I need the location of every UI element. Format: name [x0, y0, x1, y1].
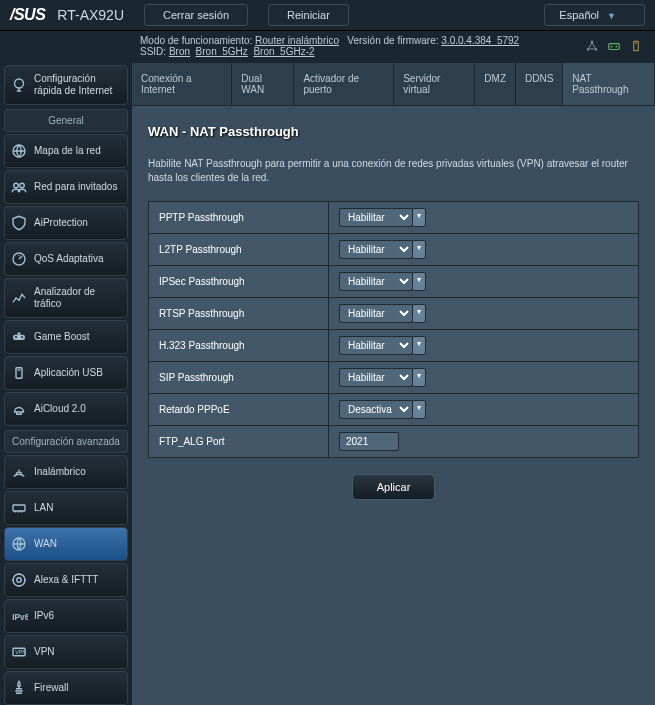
- chevron-down-icon: ▾: [412, 208, 426, 227]
- setting-label: PPTP Passthrough: [149, 202, 329, 234]
- svg-rect-3: [609, 44, 620, 50]
- shield-icon: [10, 214, 28, 232]
- sidebar-item-label: Game Boost: [34, 331, 90, 343]
- sidebar-item-label: Analizador de tráfico: [34, 286, 122, 310]
- firmware-link[interactable]: 3.0.0.4.384_5792: [441, 35, 519, 46]
- tab-ddns[interactable]: DDNS: [516, 63, 563, 105]
- setting-select-3[interactable]: Habilitar: [339, 304, 413, 323]
- tab-servidor-virtual[interactable]: Servidor virtual: [394, 63, 475, 105]
- vpn-icon: VPN: [10, 643, 28, 661]
- globe-icon: [10, 142, 28, 160]
- sidebar-item-network-map[interactable]: Mapa de la red: [4, 134, 128, 168]
- setting-label: Retardo PPPoE: [149, 394, 329, 426]
- ssid-link-1[interactable]: Bron: [169, 46, 190, 57]
- brand-logo: /SUS RT-AX92U: [10, 6, 124, 24]
- globe-plug-icon: [10, 76, 28, 94]
- globe-icon: [10, 535, 28, 553]
- chevron-down-icon: ▾: [412, 400, 426, 419]
- chart-icon: [10, 289, 28, 307]
- svg-point-20: [13, 574, 25, 586]
- sidebar-item-label: Mapa de la red: [34, 145, 101, 157]
- usb-status-icon[interactable]: [629, 39, 643, 53]
- chevron-down-icon: ▼: [607, 11, 616, 21]
- setting-select-4[interactable]: Habilitar: [339, 336, 413, 355]
- reboot-button[interactable]: Reiniciar: [268, 4, 349, 26]
- setting-select-6[interactable]: Desactivar: [339, 400, 413, 419]
- svg-rect-7: [635, 43, 637, 44]
- sidebar-item-adaptive-qos[interactable]: QoS Adaptativa: [4, 242, 128, 276]
- sidebar-item-usb-app[interactable]: Aplicación USB: [4, 356, 128, 390]
- sidebar-item-wireless[interactable]: Inalámbrico: [4, 455, 128, 489]
- gamepad-icon: [10, 328, 28, 346]
- sidebar-item-vpn[interactable]: VPNVPN: [4, 635, 128, 669]
- svg-text:VPN: VPN: [15, 649, 26, 655]
- sidebar-quick-setup[interactable]: Configuración rápida de Internet: [4, 65, 128, 105]
- svg-point-0: [591, 41, 593, 43]
- sidebar-item-lan[interactable]: LAN: [4, 491, 128, 525]
- svg-text:IPv6: IPv6: [12, 613, 28, 622]
- setting-select-0[interactable]: Habilitar: [339, 208, 413, 227]
- sidebar-item-firewall[interactable]: Firewall: [4, 671, 128, 705]
- svg-point-10: [14, 183, 19, 188]
- page-title: WAN - NAT Passthrough: [148, 124, 639, 139]
- svg-point-4: [611, 46, 613, 48]
- usb-icon: [10, 364, 28, 382]
- setting-select-1[interactable]: Habilitar: [339, 240, 413, 259]
- sidebar-section-general: General: [4, 109, 128, 132]
- sidebar-item-traffic-analyzer[interactable]: Analizador de tráfico: [4, 278, 128, 318]
- sidebar-item-label: WAN: [34, 538, 57, 550]
- svg-rect-13: [13, 335, 25, 340]
- language-select[interactable]: Español▼: [544, 4, 645, 26]
- sidebar-item-guest-network[interactable]: Red para invitados: [4, 170, 128, 204]
- sidebar-item-aicloud[interactable]: AiCloud 2.0: [4, 392, 128, 426]
- setting-label: H.323 Passthrough: [149, 330, 329, 362]
- sidebar-item-label: Red para invitados: [34, 181, 117, 193]
- logout-button[interactable]: Cerrar sesión: [144, 4, 248, 26]
- sidebar-item-label: Alexa & IFTTT: [34, 574, 98, 586]
- sidebar-item-label: LAN: [34, 502, 53, 514]
- page-description: Habilite NAT Passthrough para permitir a…: [148, 157, 639, 185]
- svg-point-11: [20, 183, 25, 188]
- setting-select-5[interactable]: Habilitar: [339, 368, 413, 387]
- sidebar-item-label: IPv6: [34, 610, 54, 622]
- sidebar-item-wan[interactable]: WAN: [4, 527, 128, 561]
- users-icon: [10, 178, 28, 196]
- mesh-icon[interactable]: [585, 39, 599, 53]
- setting-label: FTP_ALG Port: [149, 426, 329, 458]
- ssid-link-2[interactable]: Bron_5GHz: [196, 46, 248, 57]
- chevron-down-icon: ▾: [412, 304, 426, 323]
- ipv6-icon: IPv6: [10, 607, 28, 625]
- chevron-down-icon: ▾: [412, 368, 426, 387]
- svg-rect-16: [18, 333, 21, 335]
- sidebar-item-alexa-ifttt[interactable]: Alexa & IFTTT: [4, 563, 128, 597]
- amazon-icon: [10, 571, 28, 589]
- ftp-port-input[interactable]: [339, 432, 399, 451]
- sidebar-item-aiprotection[interactable]: AiProtection: [4, 206, 128, 240]
- tab-dmz[interactable]: DMZ: [475, 63, 516, 105]
- setting-label: L2TP Passthrough: [149, 234, 329, 266]
- setting-label: RTSP Passthrough: [149, 298, 329, 330]
- setting-label: SIP Passthrough: [149, 362, 329, 394]
- chevron-down-icon: ▾: [412, 272, 426, 291]
- setting-select-2[interactable]: Habilitar: [339, 272, 413, 291]
- mode-link[interactable]: Router inalámbrico: [255, 35, 339, 46]
- sidebar-item-ipv6[interactable]: IPv6IPv6: [4, 599, 128, 633]
- chevron-down-icon: ▾: [412, 240, 426, 259]
- apply-button[interactable]: Aplicar: [352, 474, 436, 500]
- svg-point-8: [15, 79, 24, 88]
- sidebar-item-label: Aplicación USB: [34, 367, 103, 379]
- svg-point-21: [17, 578, 22, 583]
- sidebar-item-label: AiProtection: [34, 217, 88, 229]
- tab-dual-wan[interactable]: Dual WAN: [232, 63, 294, 105]
- sidebar-item-game-boost[interactable]: Game Boost: [4, 320, 128, 354]
- sidebar-item-label: Firewall: [34, 682, 68, 694]
- network-status-icon[interactable]: [607, 39, 621, 53]
- tab-nat-passthrough[interactable]: NAT Passthrough: [563, 63, 655, 105]
- svg-rect-18: [13, 505, 25, 511]
- setting-label: IPSec Passthrough: [149, 266, 329, 298]
- tab-activador-de-puerto[interactable]: Activador de puerto: [294, 63, 394, 105]
- tab-conexión-a-internet[interactable]: Conexión a Internet: [132, 63, 232, 105]
- ssid-link-3[interactable]: Bron_5GHz-2: [253, 46, 314, 57]
- sidebar-section-advanced: Configuración avanzada: [4, 430, 128, 453]
- wifi-icon: [10, 463, 28, 481]
